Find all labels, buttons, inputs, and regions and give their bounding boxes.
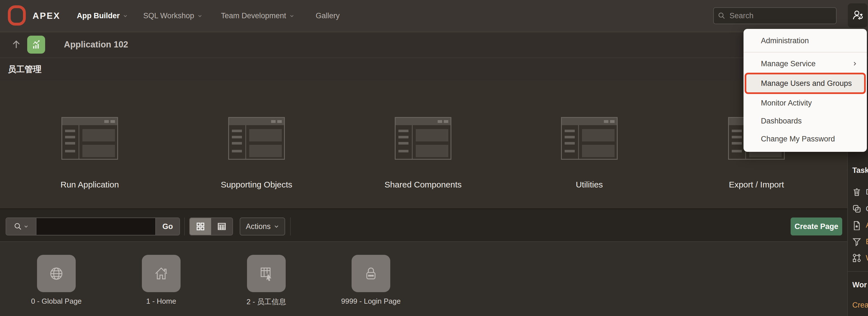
global-search-box[interactable] — [713, 7, 837, 24]
apex-brand: APEX — [33, 0, 60, 32]
search-icon — [14, 222, 22, 231]
page-card-label[interactable]: 2 - 员工信息 — [219, 297, 314, 307]
menu-divider — [744, 52, 867, 53]
page-card-label[interactable]: 0 - Global Page — [9, 297, 104, 306]
page-title: 员工管理 — [8, 64, 41, 75]
search-input[interactable] — [729, 11, 832, 21]
toolbar-separator — [184, 218, 185, 235]
nav-gallery-label: Gallery — [316, 11, 340, 20]
account-admin-menu-button[interactable] — [848, 3, 867, 28]
nav-gallery[interactable]: Gallery — [316, 0, 340, 32]
menu-item-change-my-password[interactable]: Change My Password — [744, 130, 867, 148]
chevron-down-icon — [274, 224, 279, 229]
application-title[interactable]: Application 102 — [64, 32, 128, 58]
lock-icon — [362, 265, 380, 283]
menu-item-dashboards[interactable]: Dashboards — [744, 112, 867, 130]
nav-app-builder-label: App Builder — [77, 11, 120, 20]
sidebar-task-label: E — [866, 237, 868, 246]
sidebar-divider — [848, 271, 868, 272]
view-toggle — [189, 218, 233, 235]
sidebar-task-label: A — [866, 221, 868, 230]
up-to-apps-button[interactable] — [9, 38, 23, 51]
app-window-illustration — [395, 117, 452, 160]
sidebar-task-label: C — [866, 205, 868, 213]
chevron-down-icon — [123, 14, 128, 18]
funnel-icon — [852, 237, 862, 247]
app-window-illustration — [561, 117, 618, 160]
sidebar-task-workflow[interactable]: W — [852, 253, 868, 263]
search-icon — [718, 12, 725, 20]
sidebar-task-copy[interactable]: C — [852, 204, 868, 214]
user-wrench-icon — [851, 9, 864, 22]
page-card-login-page[interactable] — [351, 255, 390, 292]
interactive-grid-icon — [257, 265, 275, 283]
workflow-section-heading: Wor — [852, 281, 867, 289]
tasks-heading: Task — [852, 166, 868, 175]
app-window-illustration — [61, 117, 118, 160]
supporting-objects-label[interactable]: Supporting Objects — [195, 180, 318, 190]
sidebar-task-app[interactable]: A — [852, 220, 868, 230]
nav-sql-workshop-label: SQL Workshop — [143, 11, 194, 20]
page-card-global-page[interactable] — [37, 255, 76, 292]
page-search-input[interactable] — [36, 218, 155, 235]
sidebar-create-link[interactable]: Crea — [852, 301, 868, 310]
page-title-bar: 员工管理 — [0, 58, 868, 81]
globe-icon — [48, 265, 65, 283]
grid-view-icon — [195, 222, 206, 232]
sidebar-task-filter[interactable]: E — [852, 237, 868, 247]
page-search-combo: Go — [6, 218, 180, 235]
sidebar-task-label: D — [866, 188, 868, 197]
admin-dropdown-menu: Administration Manage Service Manage Use… — [744, 29, 867, 152]
application-actions-region: Run Application Supporting Objects Share… — [0, 81, 868, 208]
nav-app-builder[interactable]: App Builder — [77, 0, 128, 32]
search-options-button[interactable] — [6, 218, 36, 235]
run-application-label[interactable]: Run Application — [28, 180, 151, 190]
nav-sql-workshop[interactable]: SQL Workshop — [143, 0, 202, 32]
chevron-down-icon — [289, 14, 294, 18]
nav-team-development[interactable]: Team Development — [221, 0, 294, 32]
toolbar-separator — [290, 218, 291, 235]
report-view-button[interactable] — [211, 218, 232, 235]
export-import-label[interactable]: Export / Import — [695, 180, 818, 190]
icon-view-button[interactable] — [190, 218, 211, 235]
menu-item-label: Manage Service — [761, 59, 815, 68]
shared-components-label[interactable]: Shared Components — [362, 180, 485, 190]
oracle-logo — [8, 5, 26, 26]
menu-item-administration[interactable]: Administration — [744, 32, 867, 50]
application-icon[interactable] — [27, 36, 45, 54]
nav-team-development-label: Team Development — [221, 11, 286, 20]
chevron-down-icon — [24, 224, 28, 229]
file-star-icon — [852, 220, 862, 230]
utilities-label[interactable]: Utilities — [528, 180, 651, 190]
create-page-button[interactable]: Create Page — [790, 218, 842, 235]
page-card-label[interactable]: 1 - Home — [114, 297, 209, 306]
sidebar-task-delete[interactable]: D — [852, 187, 868, 197]
application-header-bar — [0, 32, 868, 58]
chevron-down-icon — [198, 14, 202, 18]
menu-item-manage-service[interactable]: Manage Service — [744, 55, 867, 73]
chevron-right-icon — [852, 61, 857, 66]
menu-item-monitor-activity[interactable]: Monitor Activity — [744, 94, 867, 112]
go-button[interactable]: Go — [155, 218, 180, 235]
actions-menu-button[interactable]: Actions — [240, 218, 285, 235]
page-card-employee-info[interactable] — [247, 255, 286, 292]
copy-icon — [852, 204, 862, 214]
bar-chart-icon — [30, 39, 42, 51]
report-view-icon — [216, 221, 227, 232]
arrow-up-icon — [11, 39, 22, 50]
page-card-label[interactable]: 9999 - Login Page — [323, 297, 418, 306]
home-icon — [152, 265, 170, 283]
sidebar-task-label: W — [866, 254, 868, 262]
page-card-home[interactable] — [142, 255, 181, 292]
trash-icon — [852, 187, 862, 197]
menu-item-manage-users-and-groups[interactable]: Manage Users and Groups — [745, 73, 866, 94]
top-navigation-bar: APEX App Builder SQL Workshop Team Devel… — [0, 0, 868, 32]
actions-label: Actions — [246, 222, 271, 231]
workflow-icon — [852, 253, 862, 263]
app-window-illustration — [228, 117, 285, 160]
